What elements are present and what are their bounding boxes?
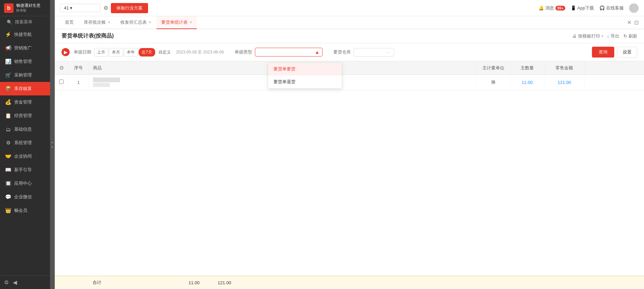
nav-label-quick-nav: 快捷导航 xyxy=(14,31,32,38)
date-btn-custom[interactable]: 自定义 xyxy=(156,48,173,57)
user-avatar[interactable] xyxy=(629,3,639,13)
page-header: 要货单统计表(按商品) 🖨 按模板打印 ▾ ↓ 导出 ↻ 刷新 xyxy=(55,29,644,43)
cell-checkbox-0[interactable] xyxy=(55,75,68,90)
filter-bar: ▶ 单据日期 上月 本月 本年 近7天 自定义 2023-05-06 至 202… xyxy=(55,43,644,61)
sidebar-item-enterprise[interactable]: 🤝企业协同 xyxy=(0,150,50,163)
warehouse-filter-group: 要货仓库 ··· xyxy=(333,48,394,57)
expand-window-icon[interactable]: ⊡ xyxy=(634,19,639,26)
sidebar-item-sales[interactable]: 📊销售管理 xyxy=(0,55,50,68)
store-name: 41 xyxy=(64,5,69,10)
col-amount: 零售金额 xyxy=(544,61,585,75)
tab-label-home: 首页 xyxy=(65,19,74,25)
date-btn-7days[interactable]: 近7天 xyxy=(139,48,155,57)
tab-close-receive-summary[interactable]: × xyxy=(149,20,151,25)
table-body: 1 块 11.00 121.00 xyxy=(55,75,644,90)
type-select-chevron: ▲ xyxy=(315,49,319,55)
tab-home[interactable]: 首页 xyxy=(60,16,78,29)
sidebar-search[interactable]: 🔍 搜索菜单 xyxy=(0,16,50,28)
nav-icon-quick-nav: ⚡ xyxy=(5,31,11,38)
sidebar-item-guide[interactable]: 📖新手引导 xyxy=(0,163,50,177)
online-service-item[interactable]: 🎧 在线客服 xyxy=(599,5,624,11)
col-quantity: 主数量 xyxy=(510,61,544,75)
dropdown-item-order-goods[interactable]: 要货单要货 xyxy=(268,63,342,75)
nav-icon-enterprise: 🤝 xyxy=(5,153,11,160)
row-checkbox-0[interactable] xyxy=(59,80,64,84)
app-download-label: App下载 xyxy=(577,5,594,11)
page-content: 要货单统计表(按商品) 🖨 按模板打印 ▾ ↓ 导出 ↻ 刷新 ▶ xyxy=(55,29,644,289)
nav-label-system: 系统管理 xyxy=(14,140,32,146)
type-select-input[interactable] xyxy=(258,50,315,55)
nav-icon-appstore: 🔲 xyxy=(5,180,11,187)
store-selector[interactable]: 41 ▾ xyxy=(60,4,101,12)
sidebar-item-basic[interactable]: 🗂基础信息 xyxy=(0,123,50,136)
dropdown-item-order-return[interactable]: 要货单退货 xyxy=(268,75,342,88)
filter-actions: 查询 设置 xyxy=(592,47,637,58)
tab-inventory-batch[interactable]: 库存批次账 × xyxy=(79,16,115,29)
app-download-item[interactable]: 📱 App下载 xyxy=(571,5,594,11)
nav-icon-finance: 💰 xyxy=(5,99,11,106)
type-filter-label: 单据类型 xyxy=(235,49,252,55)
date-btn-this-month[interactable]: 本月 xyxy=(109,48,123,57)
sidebar-bottom-icons: ⚙ ◀ xyxy=(4,279,17,286)
query-button[interactable]: 查询 xyxy=(592,47,614,58)
nav-label-basic: 基础信息 xyxy=(14,126,32,132)
notifications-item[interactable]: 🔔 消息 99+ xyxy=(539,5,565,11)
footer-amount: 121.00 xyxy=(208,280,241,285)
sidebar-scroll[interactable]: ▲ ▼ xyxy=(50,0,55,289)
table-container: ⚙ 序号 商品 主计量单位 主数量 零售金额 1 xyxy=(55,61,644,276)
nav-label-enterprise: 企业协同 xyxy=(14,153,32,159)
tabs-container: 首页库存批次账 ×收发存汇总表 ×要货单统计表 × xyxy=(60,16,626,29)
close-window-icon[interactable]: ✕ xyxy=(627,19,631,26)
type-select[interactable]: ▲ xyxy=(255,48,323,57)
refresh-button[interactable]: ↻ 刷新 xyxy=(623,33,637,39)
refresh-icon: ↻ xyxy=(623,34,627,39)
sidebar-item-quick-nav[interactable]: ⚡快捷导航 xyxy=(0,28,50,41)
collapse-icon[interactable]: ◀ xyxy=(13,279,17,286)
topbar-right: 🔔 消息 99+ 📱 App下载 🎧 在线客服 xyxy=(539,3,639,13)
col-unit: 主计量单位 xyxy=(476,61,510,75)
app-logo-icon: b xyxy=(4,3,14,13)
tab-order-stats[interactable]: 要货单统计表 × xyxy=(157,16,197,29)
setting-button[interactable]: 设置 xyxy=(617,47,637,58)
tab-label-receive-summary: 收发存汇总表 xyxy=(120,19,147,25)
sidebar-item-system[interactable]: ⚙系统管理 xyxy=(0,136,50,150)
sidebar-item-finance[interactable]: 💰资金管理 xyxy=(0,95,50,109)
column-settings-icon[interactable]: ⚙ xyxy=(59,65,64,71)
nav-icon-basic: 🗂 xyxy=(5,126,11,133)
tab-close-inventory-batch[interactable]: × xyxy=(108,20,110,25)
print-button[interactable]: 🖨 按模板打印 ▾ xyxy=(572,33,603,39)
notifications-label: 消息 xyxy=(545,5,554,11)
settings-bottom-icon[interactable]: ⚙ xyxy=(4,279,9,286)
sidebar-item-operations[interactable]: 📋经营管理 xyxy=(0,109,50,123)
product-code-placeholder-0 xyxy=(93,83,110,87)
filter-expand-button[interactable]: ▶ xyxy=(62,48,70,56)
tab-receive-summary[interactable]: 收发存汇总表 × xyxy=(116,16,156,29)
tabs-end: ✕ ⊡ xyxy=(627,19,639,26)
topbar-settings-icon[interactable]: ⚙ xyxy=(103,5,108,11)
nav-label-wechat: 企业微信 xyxy=(14,194,32,200)
export-button[interactable]: ↓ 导出 xyxy=(607,33,620,39)
trial-button[interactable]: 体验行业方案 xyxy=(111,3,148,13)
main: 41 ▾ ⚙ 体验行业方案 🔔 消息 99+ 📱 App下载 🎧 在线客服 xyxy=(55,0,644,289)
sidebar-item-member[interactable]: 👑畅会员 xyxy=(0,204,50,217)
sidebar-item-marketing[interactable]: 📢营销推广 xyxy=(0,41,50,55)
col-settings[interactable]: ⚙ xyxy=(55,61,68,75)
sidebar-item-appstore[interactable]: 🔲应用中心 xyxy=(0,177,50,190)
sidebar-logo: b 畅捷通好生意 标准版 xyxy=(0,0,50,16)
sidebar-item-wechat[interactable]: 💬企业微信 xyxy=(0,190,50,204)
export-icon: ↓ xyxy=(607,34,610,39)
nav-label-appstore: 应用中心 xyxy=(14,180,32,186)
warehouse-more-icon: ··· xyxy=(387,50,390,55)
print-label: 按模板打印 xyxy=(578,33,600,39)
sidebar-item-purchase[interactable]: 🛒采购管理 xyxy=(0,68,50,82)
nav-icon-inventory: 📦 xyxy=(5,85,11,92)
tab-label-inventory-batch: 库存批次账 xyxy=(84,19,106,25)
warehouse-filter-label: 要货仓库 xyxy=(333,49,351,55)
sidebar-item-inventory[interactable]: 📦库存核算 xyxy=(0,82,50,95)
date-btn-this-year[interactable]: 本年 xyxy=(124,48,138,57)
print-chevron-icon: ▾ xyxy=(601,34,603,38)
cell-num-0: 1 xyxy=(68,75,89,90)
tab-close-order-stats[interactable]: × xyxy=(190,20,192,25)
date-btn-last-month[interactable]: 上月 xyxy=(94,48,108,57)
warehouse-select[interactable]: ··· xyxy=(354,48,394,57)
